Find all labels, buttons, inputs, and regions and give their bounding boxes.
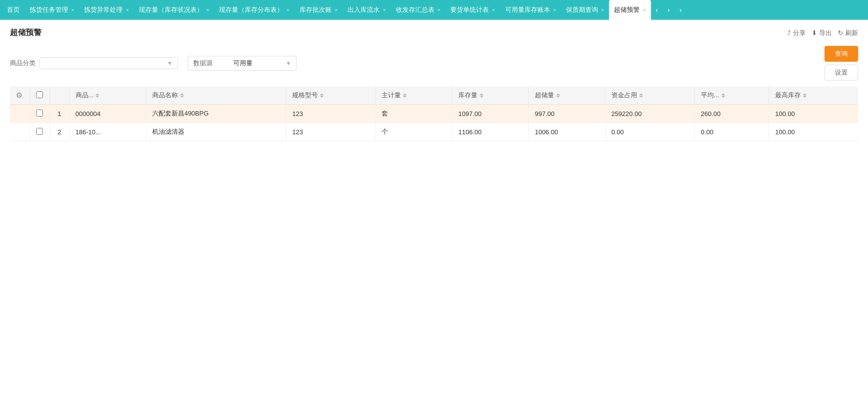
close-icon[interactable]: × [126,7,129,13]
header-actions: ⤴ 分享 ⬇ 导出 ↻ 刷新 [787,29,858,38]
sort-icon [180,93,184,98]
row-product-code: 186-10... [69,123,146,141]
datasource-value: 可用量 [233,59,253,68]
max-stock-col-header[interactable]: 最高库存 [769,86,858,105]
top-navigation: 首页 拣货任务管理 × 拣货异常处理 × 现存量（库存状况表） × 现存量（库存… [0,0,868,20]
overstock-col-header[interactable]: 超储量 [528,86,605,105]
nav-task-mgmt[interactable]: 拣货任务管理 × [25,0,79,20]
row-settings [10,105,30,123]
row-avg: 260.00 [694,105,769,123]
nav-inventory-status[interactable]: 现存量（库存状况表） × [134,0,214,20]
category-select[interactable]: ▼ [40,57,178,69]
spec-col-header[interactable]: 规格型号 [286,86,376,105]
page-container: 超储预警 ⤴ 分享 ⬇ 导出 ↻ 刷新 商品分类 ▼ [0,20,868,149]
category-filter: 商品分类 ▼ [10,57,178,69]
settings-col-header: ⚙ [10,86,30,105]
nav-prev-arrow[interactable]: ‹ [651,0,663,20]
sort-icon [556,93,560,98]
row-overstock: 997.00 [528,105,605,123]
sort-icon [95,93,99,98]
close-icon[interactable]: × [383,7,386,13]
refresh-button[interactable]: ↻ 刷新 [838,29,858,38]
row-unit: 个 [376,123,452,141]
nav-more-arrow[interactable]: › [675,0,687,20]
close-icon[interactable]: × [71,7,74,13]
select-all-checkbox[interactable] [36,91,43,98]
nav-abnormal[interactable]: 拣货异常处理 × [79,0,133,20]
nav-summary[interactable]: 收发存汇总表 × [391,0,445,20]
row-num: 1 [49,105,69,123]
filter-fields: 商品分类 ▼ 数据源 可用量 ▼ [10,56,297,71]
sort-icon [479,93,483,98]
row-checkbox-input[interactable] [36,128,43,135]
row-product-name: 六配套新昌490BPG [146,105,286,123]
row-product-name: 机油滤清器 [146,123,286,141]
sort-icon [320,93,324,98]
close-icon[interactable]: × [601,7,604,13]
row-overstock: 1006.00 [528,123,605,141]
sort-icon [803,93,807,98]
nav-inout-flow[interactable]: 出入库流水 × [343,0,391,20]
num-col-header [49,86,69,105]
row-checkbox[interactable] [30,123,49,141]
close-icon[interactable]: × [492,7,495,13]
datasource-select[interactable]: 数据源 可用量 ▼ [188,56,297,71]
close-icon[interactable]: × [286,7,289,13]
avg-col-header[interactable]: 平均... [694,86,769,105]
row-inventory: 1097.00 [452,105,529,123]
share-icon: ⤴ [787,29,791,37]
close-icon[interactable]: × [643,7,646,13]
table-row: 10000004六配套新昌490BPG123套1097.00997.002592… [10,105,858,123]
datasource-label: 数据源 [193,59,213,68]
nav-overstock[interactable]: 超储预警 × [609,0,651,20]
row-checkbox-input[interactable] [36,110,43,117]
row-spec: 123 [286,105,376,123]
nav-home[interactable]: 首页 [2,0,25,20]
chevron-down-icon: ▼ [286,60,291,66]
row-settings [10,123,30,141]
row-max-stock: 100.00 [769,105,858,123]
row-inventory: 1106.00 [452,123,529,141]
page-title: 超储预警 [10,28,42,38]
data-table: ⚙ 商品... 商品名称 [10,86,858,141]
unit-col-header[interactable]: 主计量 [376,86,452,105]
refresh-icon: ↻ [838,29,843,37]
table-body: 10000004六配套新昌490BPG123套1097.00997.002592… [10,105,858,141]
query-button[interactable]: 查询 [825,46,858,62]
share-button[interactable]: ⤴ 分享 [787,29,806,38]
table-row: 2186-10...机油滤清器123个1106.001006.000.000.0… [10,123,858,141]
product-name-col-header[interactable]: 商品名称 [146,86,286,105]
inventory-col-header[interactable]: 库存量 [452,86,529,105]
nav-batch-account[interactable]: 库存批次账 × [295,0,343,20]
action-buttons: 查询 设置 [825,46,858,80]
sort-icon [721,93,725,98]
export-icon: ⬇ [812,29,817,37]
datasource-filter: 数据源 可用量 ▼ [188,56,297,71]
sort-icon [403,93,407,98]
capital-col-header[interactable]: 资金占用 [605,86,694,105]
row-product-code: 0000004 [69,105,146,123]
page-header: 超储预警 ⤴ 分享 ⬇ 导出 ↻ 刷新 [10,28,858,38]
settings-button[interactable]: 设置 [825,65,858,80]
nav-expiry[interactable]: 保质期查询 × [561,0,609,20]
nav-next-arrow[interactable]: › [663,0,675,20]
nav-inventory-dist[interactable]: 现存量（库存分布表） × [214,0,294,20]
checkbox-col-header [30,86,49,105]
category-label: 商品分类 [10,59,36,68]
gear-icon[interactable]: ⚙ [16,91,22,99]
row-avg: 0.00 [694,123,769,141]
nav-available-account[interactable]: 可用量库存账本 × [500,0,561,20]
row-max-stock: 100.00 [769,123,858,141]
close-icon[interactable]: × [206,7,209,13]
nav-order-stat[interactable]: 要货单统计表 × [445,0,500,20]
export-button[interactable]: ⬇ 导出 [812,29,832,38]
row-spec: 123 [286,123,376,141]
close-icon[interactable]: × [335,7,338,13]
table-header-row: ⚙ 商品... 商品名称 [10,86,858,105]
close-icon[interactable]: × [437,7,440,13]
product-code-col-header[interactable]: 商品... [69,86,146,105]
sort-icon [639,93,643,98]
row-unit: 套 [376,105,452,123]
close-icon[interactable]: × [553,7,556,13]
row-checkbox[interactable] [30,105,49,123]
